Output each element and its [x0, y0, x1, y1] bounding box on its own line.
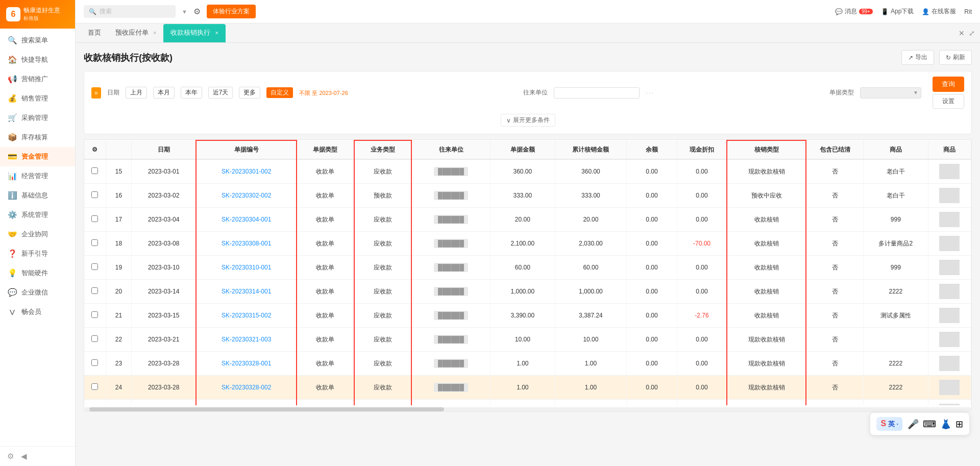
filter-bill-type-select[interactable] — [860, 87, 921, 99]
cell-checkbox[interactable] — [84, 376, 106, 400]
sidebar-item-hardware[interactable]: 💡智能硬件 — [0, 263, 75, 283]
th-verified-amount[interactable]: 累计核销金额 — [555, 140, 627, 159]
filter-this-month[interactable]: 本月 — [153, 87, 175, 99]
cell-checkbox[interactable] — [84, 280, 106, 304]
sidebar-item-newbie[interactable]: ❓新手引导 — [0, 244, 75, 263]
row-checkbox[interactable] — [91, 359, 98, 366]
filter-this-year[interactable]: 本年 — [181, 87, 202, 99]
table-row[interactable]: 20 2023-03-14 SK-20230314-001 收款单 应收款 ██… — [84, 280, 971, 304]
cell-checkbox[interactable] — [84, 232, 106, 256]
filter-custom-button[interactable]: 自定义 — [266, 87, 293, 98]
tab-close-ctrl[interactable]: ✕ — [959, 29, 965, 37]
sidebar-item-operation[interactable]: 📊经营管理 — [0, 166, 75, 186]
table-row[interactable]: 22 2023-03-21 SK-20230321-003 收款单 应收款 ██… — [84, 328, 971, 352]
settings-button[interactable]: 设置 — [933, 94, 964, 109]
cell-bill-no[interactable]: SK-20230310-001 — [196, 256, 297, 280]
mic-icon[interactable]: 🎤 — [908, 419, 919, 430]
th-settings[interactable]: ⚙ — [84, 140, 106, 159]
tab-expand-ctrl[interactable]: ⤢ — [969, 29, 975, 37]
table-row[interactable]: 15 2023-03-01 SK-20230301-002 收款单 应收款 ██… — [84, 159, 971, 184]
cell-bill-no[interactable]: SK-20230331-002 — [196, 400, 297, 406]
table-row[interactable]: 24 2023-03-28 SK-20230328-002 收款单 应收款 ██… — [84, 376, 971, 400]
row-checkbox[interactable] — [91, 311, 98, 318]
tab-collection-close[interactable]: × — [215, 30, 218, 36]
topbar-search[interactable]: 🔍 搜索 — [84, 5, 176, 18]
grid-icon[interactable]: ⊞ — [955, 419, 963, 430]
th-bill-type[interactable]: 单据类型 — [297, 140, 354, 159]
keyboard-icon[interactable]: ⌨ — [923, 419, 936, 430]
expand-button[interactable]: ∨ 展开更多条件 — [501, 114, 555, 127]
bill-no-link[interactable]: SK-20230328-002 — [222, 384, 271, 391]
cell-bill-no[interactable]: SK-20230304-001 — [196, 208, 297, 232]
filter-toggle-button[interactable]: » — [91, 87, 101, 99]
sidebar-item-marketing[interactable]: 📢营销推广 — [0, 69, 75, 89]
table-row[interactable]: 17 2023-03-04 SK-20230304-001 收款单 应收款 ██… — [84, 208, 971, 232]
app-download-action[interactable]: 📱 App下载 — [881, 7, 914, 16]
th-balance[interactable]: 余额 — [627, 140, 677, 159]
bill-no-link[interactable]: SK-20230321-003 — [222, 336, 271, 343]
row-checkbox[interactable] — [91, 239, 98, 246]
th-product[interactable]: 商品 — [864, 140, 928, 159]
cell-bill-no[interactable]: SK-20230321-003 — [196, 328, 297, 352]
table-wrapper[interactable]: ⚙ 日期 单据编号 单据类型 业务类型 往来单位 单据金额 累计核销金额 余额 … — [84, 140, 971, 405]
tab-prepay[interactable]: 预收应付单 × — [108, 24, 163, 42]
cell-checkbox[interactable] — [84, 352, 106, 376]
sidebar-item-quick[interactable]: 🏠快捷导航 — [0, 50, 75, 69]
cell-checkbox[interactable] — [84, 400, 106, 406]
cell-checkbox[interactable] — [84, 328, 106, 352]
cell-bill-no[interactable]: SK-20230302-002 — [196, 184, 297, 208]
cell-bill-no[interactable]: SK-20230308-001 — [196, 232, 297, 256]
table-row[interactable]: 19 2023-03-10 SK-20230310-001 收款单 应收款 ██… — [84, 256, 971, 280]
row-checkbox[interactable] — [91, 335, 98, 342]
th-bill-no[interactable]: 单据编号 — [196, 140, 297, 159]
row-checkbox[interactable] — [91, 215, 98, 222]
cell-checkbox[interactable] — [84, 159, 106, 184]
th-include-settled[interactable]: 包含已结清 — [806, 140, 863, 159]
filter-more[interactable]: 更多 — [239, 87, 260, 99]
collapse-icon[interactable]: ◀ — [21, 452, 27, 461]
bill-no-link[interactable]: SK-20230315-002 — [222, 312, 271, 319]
solution-button[interactable]: 体验行业方案 — [207, 5, 256, 18]
cell-checkbox[interactable] — [84, 304, 106, 328]
tab-home[interactable]: 首页 — [81, 24, 108, 42]
bill-no-link[interactable]: SK-20230308-001 — [222, 240, 271, 247]
tab-prepay-close[interactable]: × — [153, 30, 156, 36]
cell-checkbox[interactable] — [84, 208, 106, 232]
bill-no-link[interactable]: SK-20230328-001 — [222, 360, 271, 367]
shirt-icon[interactable]: 👗 — [940, 419, 951, 430]
sidebar-item-member[interactable]: V畅会员 — [0, 302, 75, 322]
filter-last-month[interactable]: 上月 — [126, 87, 147, 99]
cell-checkbox[interactable] — [84, 256, 106, 280]
row-checkbox[interactable] — [91, 383, 98, 390]
bill-no-link[interactable]: SK-20230301-002 — [222, 168, 271, 175]
bill-no-link[interactable]: SK-20230304-001 — [222, 216, 271, 223]
topbar-gear-icon[interactable]: ⚙ — [193, 7, 201, 16]
sidebar-item-finance[interactable]: 💳资金管理 — [0, 147, 75, 166]
query-button[interactable]: 查询 — [933, 77, 964, 92]
sidebar-item-system[interactable]: ⚙️系统管理 — [0, 205, 75, 225]
th-product2[interactable]: 商品 — [928, 140, 971, 159]
bill-no-link[interactable]: SK-20230314-001 — [222, 288, 271, 295]
row-checkbox[interactable] — [91, 167, 98, 174]
sidebar-item-base[interactable]: ℹ️基础信息 — [0, 186, 75, 205]
tab-collection[interactable]: 收款核销执行 × — [163, 24, 225, 42]
table-row[interactable]: 16 2023-03-02 SK-20230302-002 收款单 预收款 ██… — [84, 184, 971, 208]
row-checkbox[interactable] — [91, 287, 98, 294]
refresh-button[interactable]: ↻ 刷新 — [939, 50, 972, 65]
th-bill-amount[interactable]: 单据金额 — [491, 140, 555, 159]
message-action[interactable]: 💬 消息 99+ — [835, 7, 873, 16]
sidebar-item-inventory[interactable]: 📦库存核算 — [0, 128, 75, 147]
sidebar-item-sales[interactable]: 💰销售管理 — [0, 89, 75, 108]
bill-no-link[interactable]: SK-20230302-002 — [222, 192, 271, 199]
sidebar-item-corp[interactable]: 🤝企业协同 — [0, 225, 75, 244]
table-row[interactable]: 23 2023-03-28 SK-20230328-001 收款单 应收款 ██… — [84, 352, 971, 376]
cell-bill-no[interactable]: SK-20230315-002 — [196, 304, 297, 328]
service-action[interactable]: 👤 在线客服 — [922, 7, 956, 16]
cell-checkbox[interactable] — [84, 184, 106, 208]
cell-bill-no[interactable]: SK-20230328-001 — [196, 352, 297, 376]
th-verify-type[interactable]: 核销类型 — [727, 140, 806, 159]
bill-no-link[interactable]: SK-20230310-001 — [222, 264, 271, 271]
sidebar-item-wechat[interactable]: 💬企业微信 — [0, 283, 75, 302]
th-biz-type[interactable]: 业务类型 — [354, 140, 411, 159]
table-row[interactable]: 18 2023-03-08 SK-20230308-001 收款单 应收款 ██… — [84, 232, 971, 256]
